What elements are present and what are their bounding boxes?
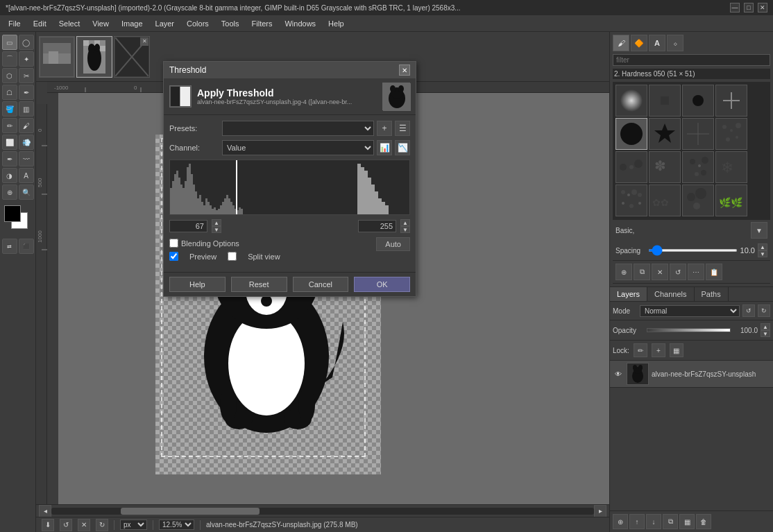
tool-color-picker[interactable]: ⊕ — [2, 185, 17, 200]
brush-dropdown-btn[interactable]: ▼ — [751, 222, 767, 239]
lock-position-btn[interactable]: + — [652, 343, 665, 357]
menu-filters[interactable]: Filters — [246, 18, 278, 29]
clear-button[interactable]: ✕ — [78, 519, 90, 531]
tool-free-select[interactable]: ⌒ — [2, 51, 17, 67]
menu-tools[interactable]: Tools — [216, 18, 245, 29]
tab-paths[interactable]: Paths — [695, 287, 729, 301]
threshold-dialog-titlebar[interactable]: Threshold ✕ — [164, 62, 416, 78]
tool-fuzzy-select[interactable]: ✦ — [19, 51, 34, 67]
brush-copy-btn[interactable]: 📋 — [706, 264, 722, 280]
menu-layer[interactable]: Layer — [150, 18, 180, 29]
split-view-checkbox[interactable] — [228, 252, 237, 261]
menu-view[interactable]: View — [87, 18, 114, 29]
reset-colors-button[interactable]: ⬛ — [19, 239, 34, 254]
brush-round-large[interactable] — [615, 118, 647, 150]
spacing-slider[interactable] — [648, 249, 738, 252]
swap-colors-button[interactable]: ⇄ — [2, 239, 17, 254]
foreground-color-swatch[interactable] — [4, 205, 21, 222]
layers-down-btn[interactable]: ↓ — [646, 514, 661, 529]
tool-pencil[interactable]: ✏ — [2, 118, 17, 133]
brush-new-btn[interactable]: ⊕ — [615, 264, 632, 280]
mode-redo-btn[interactable]: ↻ — [758, 304, 770, 317]
menu-image[interactable]: Image — [116, 18, 148, 29]
menu-colors[interactable]: Colors — [181, 18, 214, 29]
mode-selector[interactable]: Normal Multiply Screen Overlay — [640, 305, 740, 317]
brush-scatter2[interactable] — [615, 151, 647, 183]
brush-star[interactable] — [649, 118, 681, 150]
auto-button[interactable]: Auto — [376, 237, 410, 251]
spacing-down-btn[interactable]: ▼ — [758, 250, 767, 257]
threshold-close-button[interactable]: ✕ — [399, 65, 410, 76]
mode-undo-btn[interactable]: ↺ — [742, 304, 755, 317]
brush-cross-small[interactable] — [715, 85, 747, 117]
channel-log-btn[interactable]: 📉 — [395, 140, 410, 155]
brush-scatter9[interactable]: 🌿🌿 — [715, 185, 747, 216]
thumb-3[interactable]: ✕ — [114, 36, 150, 78]
brush-scatter7[interactable]: ✿✿ — [649, 185, 681, 216]
layers-merge-btn[interactable]: ▦ — [679, 514, 695, 529]
brush-tab-text[interactable]: A — [649, 35, 665, 51]
threshold-high-input[interactable] — [358, 220, 396, 232]
help-button[interactable]: Help — [169, 277, 226, 292]
thumb-2-active[interactable] — [76, 36, 112, 78]
brush-scatter3[interactable]: ✽ — [649, 151, 681, 183]
menu-windows[interactable]: Windows — [279, 18, 321, 29]
brush-soft-large[interactable] — [615, 85, 647, 117]
brush-scatter6[interactable] — [615, 185, 647, 216]
tool-gradient[interactable]: ▥ — [19, 101, 34, 117]
low-up-btn[interactable]: ▲ — [212, 219, 221, 226]
brush-delete-btn[interactable]: ✕ — [652, 264, 668, 280]
presets-add-btn[interactable]: + — [377, 121, 392, 136]
layers-up-btn[interactable]: ↑ — [629, 514, 645, 529]
opacity-down-btn[interactable]: ▼ — [761, 330, 770, 337]
brush-settings-btn[interactable]: ⋯ — [688, 264, 704, 280]
opacity-bar[interactable] — [647, 328, 731, 332]
tool-paintbrush[interactable]: 🖌 — [19, 118, 34, 133]
lock-alpha-btn[interactable]: ▦ — [670, 343, 683, 357]
low-down-btn[interactable]: ▼ — [212, 226, 221, 233]
brush-scatter1[interactable] — [715, 118, 747, 150]
scroll-track[interactable] — [51, 508, 594, 515]
brush-filter-input[interactable] — [613, 54, 770, 66]
thumb-3-delete[interactable]: ✕ — [140, 37, 148, 46]
tool-rect-select[interactable]: ▭ — [2, 35, 17, 50]
layer-eye-0[interactable]: 👁 — [613, 368, 624, 379]
menu-select[interactable]: Select — [53, 18, 86, 29]
tab-layers[interactable]: Layers — [610, 287, 647, 301]
tool-dodge-burn[interactable]: ◑ — [2, 168, 17, 183]
brush-tab-pattern[interactable]: ⬦ — [667, 35, 683, 51]
cancel-button[interactable]: Cancel — [293, 277, 349, 292]
tool-paint-bucket[interactable]: 🪣 — [2, 101, 17, 117]
spacing-up-btn[interactable]: ▲ — [758, 243, 767, 250]
brush-tab-color[interactable]: 🔶 — [631, 35, 647, 51]
ok-button[interactable]: OK — [354, 277, 410, 292]
close-button[interactable]: ✕ — [758, 3, 767, 12]
scroll-left-btn[interactable]: ◂ — [39, 505, 51, 517]
tool-eraser[interactable]: ⬜ — [2, 135, 17, 150]
brush-hard-small[interactable] — [649, 85, 681, 117]
brush-hard-medium[interactable] — [682, 85, 714, 117]
brush-scatter8[interactable] — [682, 185, 714, 216]
tool-airbrush[interactable]: 💨 — [19, 135, 34, 150]
layers-duplicate-btn[interactable]: ⧉ — [663, 514, 678, 529]
tool-ink[interactable]: ✒ — [2, 151, 17, 166]
preview-checkbox[interactable] — [169, 252, 178, 261]
export-button[interactable]: ⬇ — [42, 519, 54, 531]
lock-paint-btn[interactable]: ✏ — [634, 343, 647, 357]
brush-tab-brushes[interactable]: 🖌 — [613, 35, 629, 51]
menu-file[interactable]: File — [3, 18, 26, 29]
brush-refresh-btn[interactable]: ↺ — [670, 264, 686, 280]
horizontal-scrollbar[interactable]: ◂ ▸ — [36, 504, 609, 517]
brush-scatter5[interactable]: ❄ — [715, 151, 747, 183]
brush-duplicate-btn[interactable]: ⧉ — [634, 264, 650, 280]
tool-zoom[interactable]: 🔍 — [19, 185, 34, 200]
high-down-btn[interactable]: ▼ — [400, 226, 410, 233]
layers-new-btn[interactable]: ⊕ — [613, 514, 628, 529]
menu-help[interactable]: Help — [323, 18, 350, 29]
presets-selector[interactable] — [222, 121, 374, 136]
threshold-low-input[interactable] — [169, 220, 207, 232]
presets-menu-btn[interactable]: ☰ — [395, 121, 410, 136]
undo-button[interactable]: ↺ — [60, 519, 72, 531]
tool-text[interactable]: A — [19, 168, 34, 183]
tool-select-by-color[interactable]: ⬡ — [2, 68, 17, 83]
